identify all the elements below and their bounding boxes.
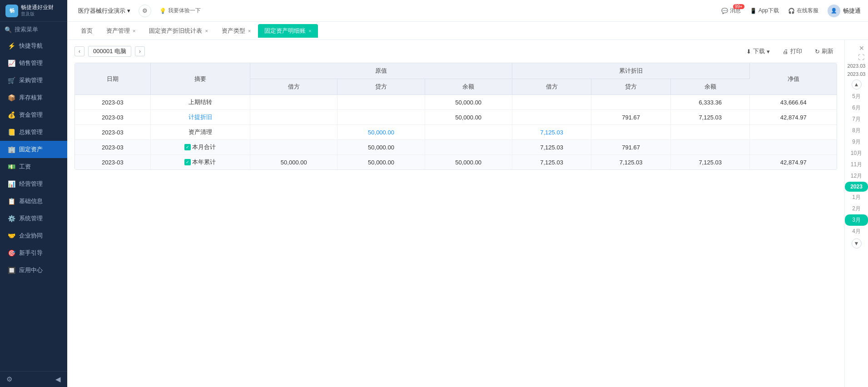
print-icon: 🖨 [783,48,789,55]
next-asset-btn[interactable]: › [135,46,145,56]
service-icon: 🎧 [788,8,795,14]
tab-home-label: 首页 [81,27,93,35]
experience-label: 我要体验一下 [168,7,201,15]
tab-asset-mgmt[interactable]: 资产管理 × [100,24,142,38]
funds-icon: 💰 [7,111,15,119]
sidebar-item-sales-label: 销售管理 [19,59,43,67]
col-leiji-balance: 余额 [670,79,750,95]
online-service-btn[interactable]: 🎧 在线客服 [788,7,818,15]
sidebar-item-basic-info[interactable]: 📋 基础信息 [0,193,67,210]
user-menu[interactable]: 👤 畅捷通 [828,5,861,17]
messages-btn[interactable]: 💬 消息 99+ [721,7,741,15]
tab-asset-detail-close[interactable]: × [308,28,311,34]
sidebar-item-guide[interactable]: 🎯 新手引导 [0,244,67,262]
sidebar-item-system[interactable]: ⚙️ 系统管理 [0,210,67,227]
cell-leiji-debit [512,110,591,125]
tab-asset-type-label: 资产类型 [222,27,245,35]
timeline-up-nav[interactable]: ▲ [852,79,862,89]
timeline-month-11[interactable]: 11月 [845,159,868,170]
messages-badge: 99+ [733,4,744,9]
tabbar: 首页 资产管理 × 固定资产折旧统计表 × 资产类型 × 固定资产明细账 × [67,22,868,40]
cell-date: 2023-03 [75,125,150,140]
bulb-icon: 💡 [159,8,166,14]
timeline-month-3[interactable]: 3月 [845,214,868,226]
tab-home[interactable]: 首页 [74,24,99,38]
sidebar-item-purchase[interactable]: 🛒 采购管理 [0,72,67,89]
cell-date: 2023-03 [75,140,150,155]
timeline-month-6[interactable]: 6月 [845,102,868,114]
sales-icon: 📈 [7,59,15,67]
tab-asset-mgmt-close[interactable]: × [133,28,135,34]
timeline-month-5[interactable]: 5月 [845,91,868,102]
timeline-month-8[interactable]: 8月 [845,125,868,136]
topbar-settings-btn[interactable]: ⚙ [139,5,151,17]
download-btn[interactable]: ⬇ 下载 ▾ [743,45,774,57]
settings-footer-icon[interactable]: ⚙ [6,375,12,383]
purchase-icon: 🛒 [7,76,15,84]
cell-yuanzhi-balance [425,125,512,140]
main-content: ‹ 000001 电脑 › ⬇ 下载 ▾ 🖨 打印 [67,40,844,387]
sidebar-item-app-center[interactable]: 🔲 应用中心 [0,262,67,279]
cell-yuanzhi-credit: 50,000.00 [337,155,425,170]
company-name: 医疗器械行业演示 [78,7,125,15]
timeline-month-1[interactable]: 1月 [845,192,868,203]
cell-leiji-balance: 7,125.03 [670,110,750,125]
sidebar-item-fixed-assets[interactable]: 🏢 固定资产 [0,141,67,158]
download-icon: ⬇ [746,48,751,55]
search-menu[interactable]: 🔍 搜索菜单 [0,22,67,37]
sidebar-item-ledger[interactable]: 📒 总账管理 [0,124,67,141]
cell-summary: ✓ 本年累计 [150,155,250,170]
cell-net-value: 43,666.64 [750,95,837,110]
cell-leiji-balance: 6,333.36 [670,95,750,110]
cell-yuanzhi-credit: 50,000.00 [337,140,425,155]
refresh-btn[interactable]: ↻ 刷新 [811,45,837,57]
col-yuanzhi-debit: 借方 [250,79,337,95]
sidebar-item-salary[interactable]: 💵 工资 [0,158,67,175]
timeline-month-4[interactable]: 4月 [845,226,868,237]
tab-asset-type[interactable]: 资产类型 × [215,24,257,38]
app-name: 畅捷通好业财 [21,4,54,11]
print-btn[interactable]: 🖨 打印 [779,45,806,57]
col-netvalue: 净值 [750,63,837,95]
company-selector[interactable]: 医疗器械行业演示 ▾ [74,5,134,17]
timeline-year-badge[interactable]: 2023 [845,182,868,192]
search-menu-label: 搜索菜单 [15,25,38,34]
tab-asset-type-close[interactable]: × [248,28,251,34]
salary-icon: 💵 [7,163,15,171]
sidebar-item-operations[interactable]: 📊 经营管理 [0,175,67,193]
app-logo-icon: 畅 [5,5,18,17]
sidebar-item-ledger-label: 总账管理 [19,128,43,136]
tab-depreciation-stat-close[interactable]: × [205,28,208,34]
timeline-month-9[interactable]: 9月 [845,136,868,148]
timeline-down-nav[interactable]: ▼ [852,238,862,248]
sidebar-item-sales[interactable]: 📈 销售管理 [0,55,67,72]
tab-asset-detail[interactable]: 固定资产明细账 × [258,24,317,38]
cooperation-icon: 🤝 [7,232,15,240]
sidebar-item-quick-nav[interactable]: ⚡ 快捷导航 [0,37,67,55]
cell-leiji-credit [591,95,671,110]
timeline-month-7[interactable]: 7月 [845,114,868,125]
app-download-btn[interactable]: 📱 App下载 [750,7,779,15]
cell-yuanzhi-debit [250,110,337,125]
sidebar-item-basic-info-label: 基础信息 [19,197,43,205]
table-row: 2023-03 计提折旧 50,000.00 791.67 7,125.03 4… [75,110,837,125]
next-icon: › [139,48,141,55]
app-center-icon: 🔲 [7,266,15,274]
timeline-month-10[interactable]: 10月 [845,148,868,159]
sidebar-item-inventory[interactable]: 📦 库存核算 [0,89,67,106]
cell-leiji-credit: 7,125.03 [591,155,671,170]
timeline-close-btn[interactable]: ✕ [857,44,866,53]
timeline-month-2[interactable]: 2月 [845,203,868,214]
col-group-yuanzhi: 原值 [250,63,512,79]
sidebar-item-funds[interactable]: 💰 资金管理 [0,106,67,124]
timeline-month-12[interactable]: 12月 [845,170,868,182]
user-name: 畅捷通 [843,7,861,15]
prev-asset-btn[interactable]: ‹ [74,46,84,56]
table-row: 2023-03 上期结转 50,000.00 6,333.36 43,666.6… [75,95,837,110]
cell-net-value [750,140,837,155]
timeline-expand-btn[interactable]: ⛶ [856,53,866,62]
tab-depreciation-stat[interactable]: 固定资产折旧统计表 × [143,24,214,38]
collapse-sidebar-icon[interactable]: ◀ [55,375,61,383]
asset-code-display: 000001 电脑 [88,46,131,57]
sidebar-item-cooperation[interactable]: 🤝 企业协同 [0,227,67,244]
